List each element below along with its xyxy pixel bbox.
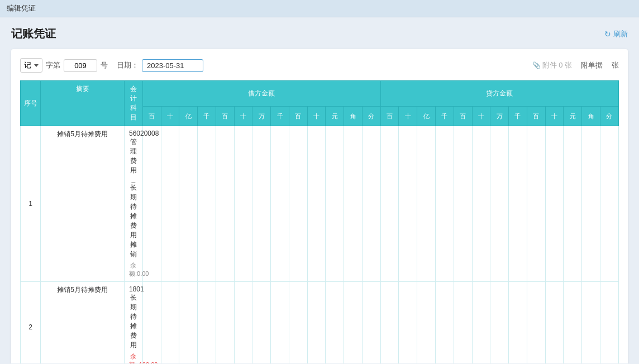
row-0-credit-9[interactable] <box>545 126 564 282</box>
row-1-credit-8[interactable] <box>527 282 545 364</box>
row-1-credit-12[interactable] <box>600 282 618 364</box>
table-row: 2摊销5月待摊费用1801 长期待摊费用余额:-100.00 <box>21 282 619 364</box>
row-1-credit-1[interactable] <box>399 282 417 364</box>
row-1-debit-3[interactable] <box>198 282 216 364</box>
th-d-wan: 万 <box>252 107 271 126</box>
row-0-debit-8[interactable] <box>289 126 307 282</box>
row-1-seq: 2 <box>21 282 41 364</box>
row-0-debit-9[interactable] <box>307 126 326 282</box>
row-0-debit-6[interactable] <box>252 126 271 282</box>
row-1-credit-3[interactable] <box>436 282 454 364</box>
row-1-credit-0[interactable] <box>380 282 399 364</box>
row-0-credit-2[interactable] <box>417 126 436 282</box>
ji-value: 记 <box>24 60 31 70</box>
refresh-button[interactable]: ↻ 刷新 <box>604 29 628 39</box>
attachment-link[interactable]: 📎 附件 0 张 <box>532 60 572 70</box>
row-0-credit-12[interactable] <box>600 126 618 282</box>
row-1-debit-11[interactable] <box>344 282 363 364</box>
row-1-summary[interactable]: 摊销5月待摊费用 <box>41 282 125 364</box>
row-1-debit-1[interactable] <box>161 282 179 364</box>
row-1-debit-9[interactable] <box>307 282 326 364</box>
row-1-credit-7[interactable] <box>509 282 527 364</box>
refresh-label: 刷新 <box>613 29 628 39</box>
row-0-credit-3[interactable] <box>436 126 454 282</box>
row-0-credit-4[interactable] <box>454 126 472 282</box>
row-0-debit-0[interactable] <box>142 126 161 282</box>
th-c-qian3: 千 <box>509 107 527 126</box>
date-item: 日期： <box>117 59 203 72</box>
voucher-table: 序号 摘要 会计科目 借方金额 贷方金额 百 十 亿 千 百 十 万 千 百 十 <box>20 80 619 363</box>
th-c-shi4: 十 <box>545 107 564 126</box>
row-1-debit-12[interactable] <box>362 282 380 364</box>
row-0-credit-6[interactable] <box>490 126 509 282</box>
th-credit-group: 贷方金额 <box>380 81 618 107</box>
attach-danpin-label: 附单据 <box>581 60 603 70</box>
row-0-credit-7[interactable] <box>509 126 527 282</box>
row-0-debit-4[interactable] <box>216 126 234 282</box>
row-1-debit-8[interactable] <box>289 282 307 364</box>
th-c-shi3: 十 <box>472 107 490 126</box>
zi-input[interactable] <box>64 59 97 72</box>
th-d-shi3: 十 <box>234 107 252 126</box>
th-c-fen: 分 <box>600 107 618 126</box>
row-0-credit-11[interactable] <box>582 126 600 282</box>
th-d-bai4: 百 <box>289 107 307 126</box>
form-row: 记 字第 号 日期： 📎 附件 0 张 附单据 张 <box>20 58 619 73</box>
row-0-summary[interactable]: 摊销5月待摊费用 <box>41 126 125 282</box>
th-seq: 序号 <box>21 81 41 126</box>
row-1-credit-4[interactable] <box>454 282 472 364</box>
row-1-credit-5[interactable] <box>472 282 490 364</box>
row-0-debit-1[interactable] <box>161 126 179 282</box>
voucher-card: 记 字第 号 日期： 📎 附件 0 张 附单据 张 <box>11 49 628 363</box>
date-input[interactable] <box>142 59 203 72</box>
row-0-account[interactable]: 56020008 管理费用_长期待摊费用摊销余额:0.00 <box>125 126 143 282</box>
row-1-credit-6[interactable] <box>490 282 509 364</box>
row-0-debit-11[interactable] <box>344 126 363 282</box>
refresh-icon: ↻ <box>604 30 611 39</box>
row-0-debit-12[interactable] <box>362 126 380 282</box>
row-1-debit-2[interactable] <box>179 282 198 364</box>
row-1-credit-9[interactable] <box>545 282 564 364</box>
row-1-account[interactable]: 1801 长期待摊费用余额:-100.00 <box>125 282 143 364</box>
row-1-credit-2[interactable] <box>417 282 436 364</box>
th-d-bai2: 百 <box>142 107 161 126</box>
th-c-yi: 亿 <box>417 107 436 126</box>
row-0-credit-1[interactable] <box>399 126 417 282</box>
th-c-bai3: 百 <box>454 107 472 126</box>
row-1-credit-11[interactable] <box>582 282 600 364</box>
row-0-debit-3[interactable] <box>198 126 216 282</box>
zi-label: 字第 <box>46 60 60 70</box>
th-d-qian2: 千 <box>198 107 216 126</box>
row-0-debit-2[interactable] <box>179 126 198 282</box>
row-1-debit-7[interactable] <box>271 282 289 364</box>
row-0-credit-0[interactable] <box>380 126 399 282</box>
row-0-debit-10[interactable] <box>326 126 344 282</box>
paperclip-icon: 📎 <box>532 61 541 69</box>
th-account: 会计科目 <box>125 81 143 126</box>
zhang-label: 张 <box>612 60 619 70</box>
row-0-credit-5[interactable] <box>472 126 490 282</box>
title-bar-label: 编辑凭证 <box>7 4 36 12</box>
th-d-qian3: 千 <box>271 107 289 126</box>
row-0-credit-10[interactable] <box>564 126 582 282</box>
row-0-debit-5[interactable] <box>234 126 252 282</box>
th-d-yuan: 元 <box>326 107 344 126</box>
ji-select[interactable]: 记 <box>20 58 42 73</box>
th-c-shi2: 十 <box>399 107 417 126</box>
ji-select-item: 记 字第 号 <box>20 58 108 73</box>
row-1-debit-6[interactable] <box>252 282 271 364</box>
table-row: 1摊销5月待摊费用56020008 管理费用_长期待摊费用摊销余额:0.00 <box>21 126 619 282</box>
row-0-debit-7[interactable] <box>271 126 289 282</box>
th-c-jiao: 角 <box>582 107 600 126</box>
row-1-debit-0[interactable] <box>142 282 161 364</box>
row-1-debit-4[interactable] <box>216 282 234 364</box>
row-1-debit-10[interactable] <box>326 282 344 364</box>
th-summary: 摘要 <box>41 81 125 126</box>
row-0-credit-8[interactable] <box>527 126 545 282</box>
row-1-credit-10[interactable] <box>564 282 582 364</box>
row-1-debit-5[interactable] <box>234 282 252 364</box>
page-title: 记账凭证 <box>11 26 56 41</box>
date-label: 日期： <box>117 60 139 70</box>
th-d-shi4: 十 <box>307 107 326 126</box>
row-0-seq: 1 <box>21 126 41 282</box>
